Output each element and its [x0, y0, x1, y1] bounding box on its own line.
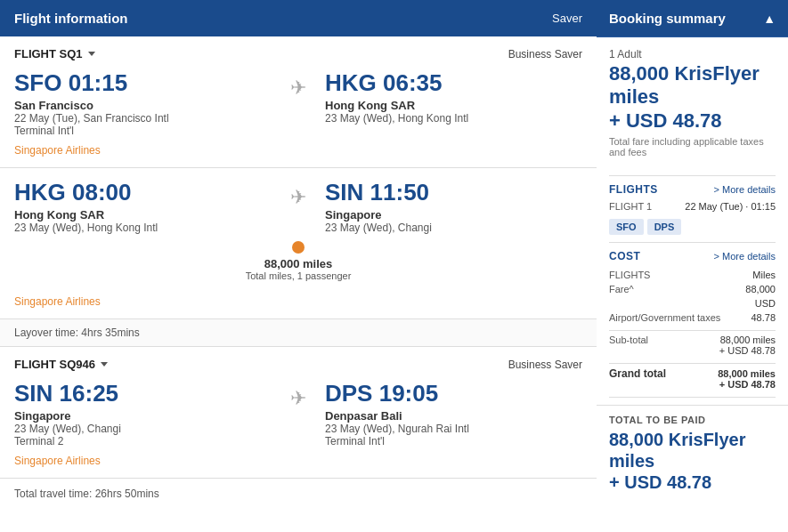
- grand-total-row: Grand total 88,000 miles + USD 48.78: [609, 363, 776, 390]
- divider-3: [609, 397, 776, 398]
- booking-summary-title: Booking summary: [609, 11, 726, 26]
- flight-hkg-sin-dest-time: SIN 11:50: [325, 179, 582, 206]
- flight-sq1-dest-time: HKG 06:35: [325, 69, 582, 97]
- total-to-pay-usd: + USD 48.78: [609, 472, 711, 492]
- layover-text: Layover time: 4hrs 35mins: [14, 326, 140, 339]
- flight-sq1-dest-date: 23 May (Wed), Hong Kong Intl: [325, 112, 582, 125]
- layover-row: Layover time: 4hrs 35mins: [0, 319, 597, 347]
- total-travel-time: Total travel time: 26hrs 50mins: [14, 488, 159, 500]
- flight-sq946-airline[interactable]: Singapore Airlines: [14, 455, 101, 467]
- fare-note: Total fare including applicable taxes an…: [609, 136, 776, 157]
- total-to-pay-value: 88,000 KrisFlyer miles + USD 48.78: [609, 429, 776, 493]
- collapse-icon[interactable]: ▲: [763, 12, 776, 26]
- divider-1: [609, 175, 776, 176]
- flight-sq1-origin-time: SFO 01:15: [14, 69, 272, 97]
- cost-airport-tax-row: Airport/Government taxes 48.78: [609, 312, 776, 323]
- grand-total-usd: + USD 48.78: [719, 379, 776, 390]
- flight-sq1-dest-city: Hong Kong SAR: [325, 99, 582, 112]
- cost-section-title-row: COST > More details: [609, 250, 776, 262]
- flight-sq946-badge: Business Saver: [508, 359, 582, 371]
- flight-sq946-dest-terminal: Terminal Int'l: [325, 435, 582, 447]
- flight-sq1-dest: HKG 06:35 Hong Kong SAR 23 May (Wed), Ho…: [325, 69, 582, 125]
- flight-sq946-origin-date: 23 May (Wed), Changi: [14, 423, 272, 435]
- grand-total-miles: 88,000 miles: [718, 368, 776, 379]
- flight-sq946-origin: SIN 16:25 Singapore 23 May (Wed), Changi…: [14, 380, 272, 447]
- airplane-icon: ✈: [290, 77, 306, 100]
- airplane-icon-2: ✈: [290, 186, 306, 209]
- saver-badge: Saver: [552, 12, 582, 25]
- header-title: Flight information: [14, 11, 127, 26]
- flight-sq946-label-row: FLIGHT SQ946 Business Saver: [14, 358, 582, 371]
- flight-1-label: FLIGHT 1: [609, 201, 652, 212]
- flight-sq1-label[interactable]: FLIGHT SQ1: [14, 47, 95, 60]
- flight-sq1-origin-terminal: Terminal Int'l: [14, 125, 272, 137]
- grand-total-value: 88,000 miles + USD 48.78: [718, 368, 776, 390]
- subtotal-usd: + USD 48.78: [719, 345, 776, 356]
- airport-tags-row: SFO DPS: [609, 219, 776, 235]
- flight-hkg-sin-times-row: HKG 08:00 Hong Kong SAR 23 May (Wed), Ho…: [14, 179, 582, 234]
- flight-sq1-airline[interactable]: Singapore Airlines: [14, 144, 101, 157]
- miles-indicator: 88,000 miles Total miles, 1 passenger: [14, 241, 582, 281]
- flight-sq1-origin-city: San Francisco: [14, 99, 272, 112]
- left-panel: Flight information Saver FLIGHT SQ1 Busi…: [0, 0, 597, 532]
- divider-2: [609, 242, 776, 243]
- plane-icon-sq1: ✈: [272, 69, 325, 100]
- cost-usd-header-row: USD: [609, 298, 776, 309]
- booking-summary-header: Booking summary ▲: [597, 0, 788, 37]
- plane-icon-sq946: ✈: [272, 380, 325, 410]
- cost-airport-tax-label: Airport/Government taxes: [609, 312, 720, 323]
- flight-sq1-label-row: FLIGHT SQ1 Business Saver: [14, 47, 582, 60]
- flight-sq1-badge: Business Saver: [508, 48, 582, 60]
- total-travel-time-row: Total travel time: 26hrs 50mins: [0, 479, 597, 509]
- flight-hkg-sin-section: HKG 08:00 Hong Kong SAR 23 May (Wed), Ho…: [0, 168, 597, 319]
- cost-fare-row: Fare^ 88,000: [609, 284, 776, 294]
- grand-total-label: Grand total: [609, 367, 666, 380]
- booking-miles-value: 88,000 KrisFlyer miles: [609, 62, 760, 108]
- booking-usd-value: + USD 48.78: [609, 109, 722, 132]
- flight-sq946-origin-time: SIN 16:25: [14, 380, 272, 407]
- cost-more-details-link[interactable]: > More details: [714, 251, 776, 262]
- flight-hkg-sin-origin: HKG 08:00 Hong Kong SAR 23 May (Wed), Ho…: [14, 179, 272, 234]
- flight-sq946-origin-city: Singapore: [14, 409, 272, 423]
- flight-sq946-times-row: SIN 16:25 Singapore 23 May (Wed), Changi…: [14, 380, 582, 447]
- flight-hkg-sin-airline[interactable]: Singapore Airlines: [14, 295, 101, 308]
- total-to-pay-label: TOTAL TO BE PAID: [609, 415, 776, 425]
- flight-hkg-sin-origin-date: 23 May (Wed), Hong Kong Intl: [14, 222, 272, 234]
- chevron-down-icon[interactable]: [88, 52, 95, 56]
- cost-flights-label: FLIGHTS: [609, 270, 650, 280]
- flight-1-date: 22 May (Tue) · 01:15: [685, 201, 776, 212]
- flight-sq1-section: FLIGHT SQ1 Business Saver SFO 01:15 San …: [0, 36, 597, 168]
- cost-usd-label: USD: [755, 298, 776, 309]
- plane-icon-hkg-sin: ✈: [272, 179, 325, 209]
- flight-1-detail-row: FLIGHT 1 22 May (Tue) · 01:15: [609, 201, 776, 212]
- chevron-down-icon-2[interactable]: [101, 362, 108, 367]
- cost-airport-tax-value: 48.78: [751, 312, 776, 323]
- miles-circle-icon: [292, 241, 305, 254]
- flight-hkg-sin-origin-time: HKG 08:00: [14, 179, 272, 206]
- origin-airport-tag: SFO: [609, 219, 644, 235]
- flights-more-details-link[interactable]: > More details: [714, 184, 776, 195]
- subtotal-miles: 88,000 miles: [720, 335, 776, 345]
- flight-sq946-section: FLIGHT SQ946 Business Saver SIN 16:25 Si…: [0, 347, 597, 479]
- flight-sq1-times-row: SFO 01:15 San Francisco 22 May (Tue), Sa…: [14, 69, 582, 137]
- booking-summary-panel: Booking summary ▲ 1 Adult 88,000 KrisFly…: [597, 0, 788, 532]
- total-to-pay-miles: 88,000 KrisFlyer miles: [609, 430, 745, 471]
- flights-section-title-row: FLIGHTS > More details: [609, 183, 776, 196]
- flight-sq946-dest-city: Denpasar Bali: [325, 409, 582, 423]
- airplane-icon-3: ✈: [290, 387, 306, 410]
- flight-hkg-sin-dest-city: Singapore: [325, 208, 582, 222]
- flight-sq1-id: FLIGHT SQ1: [14, 47, 83, 60]
- flight-sq946-label[interactable]: FLIGHT SQ946: [14, 358, 108, 371]
- cost-flights-value: Miles: [752, 270, 776, 280]
- flight-sq946-origin-terminal: Terminal 2: [14, 435, 272, 447]
- cost-fare-label: Fare^: [609, 284, 634, 294]
- flight-sq946-dest: DPS 19:05 Denpasar Bali 23 May (Wed), Ng…: [325, 380, 582, 447]
- flight-hkg-sin-origin-city: Hong Kong SAR: [14, 208, 272, 222]
- flight-sq1-origin-date: 22 May (Tue), San Francisco Intl: [14, 112, 272, 125]
- flight-hkg-sin-dest: SIN 11:50 Singapore 23 May (Wed), Changi: [325, 179, 582, 234]
- subtotal-label: Sub-total: [609, 335, 648, 345]
- flight-sq1-origin: SFO 01:15 San Francisco 22 May (Tue), Sa…: [14, 69, 272, 137]
- flight-info-header: Flight information Saver: [0, 0, 597, 36]
- adult-label: 1 Adult: [609, 48, 776, 60]
- booking-body: 1 Adult 88,000 KrisFlyer miles + USD 48.…: [597, 37, 788, 532]
